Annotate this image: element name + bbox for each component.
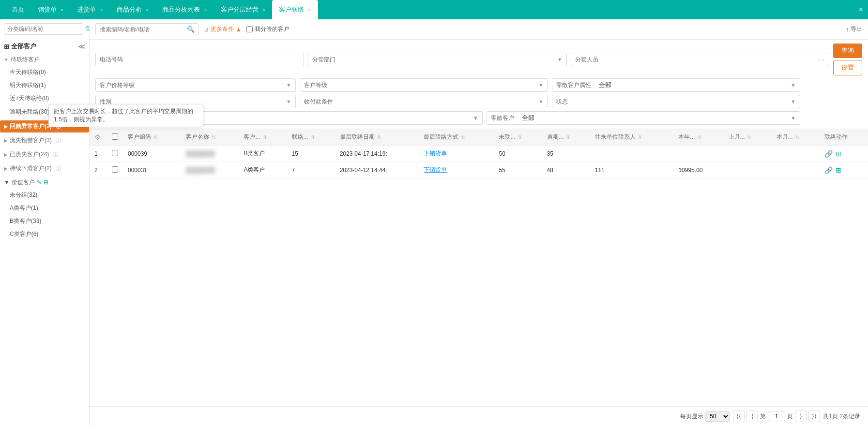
sidebar-collapse-icon[interactable]: ≪ <box>78 43 85 50</box>
sidebar-group-pending-title[interactable]: ▼ 待联络客户 <box>0 54 89 66</box>
sidebar-group-declining-title[interactable]: ▶ 持续下滑客户(2) ⓘ <box>0 162 89 175</box>
sidebar-item-class-a[interactable]: A类客户(1) <box>0 202 89 215</box>
th-contact[interactable]: 联络... ⇅ <box>287 129 335 146</box>
tab-product-analysis-list-close[interactable]: × <box>204 0 207 19</box>
filter-status[interactable]: 状态 ▼ <box>552 95 800 108</box>
tab-product-analysis-list[interactable]: 商品分析列表 × <box>155 0 213 19</box>
chevron-down-icon: ▼ <box>4 57 9 62</box>
row1-more-icon[interactable]: ⊞ <box>836 150 841 158</box>
th-unit-contacts[interactable]: 往来单位联系人 ⇅ <box>590 129 674 146</box>
filter-price-level[interactable]: 客户价格等级 ▼ <box>95 78 296 92</box>
page-size-selector: 每页显示 10 20 50 100 <box>680 411 730 422</box>
th-name[interactable]: 客户名称 ⇅ <box>181 129 239 146</box>
sidebar-all-customers[interactable]: ⊞ 全部客户 ≪ <box>0 39 89 54</box>
row2-overdue: 48 <box>542 162 590 178</box>
sidebar-item-tomorrow[interactable]: 明天待联络(1) <box>0 79 89 92</box>
first-page-btn[interactable]: ⟨⟨ <box>733 411 745 422</box>
tab-purchase-order[interactable]: 进货单 × <box>70 0 109 19</box>
th-level[interactable]: 客户... ⇅ <box>239 129 287 146</box>
row1-overdue: 35 <box>542 146 590 162</box>
th-this-month[interactable]: 本月... ⇅ <box>772 129 820 146</box>
row2-level: A类客户 <box>239 162 287 178</box>
total-records-label: 共1页 2条记录 <box>823 412 860 421</box>
tab-purchase-order-close[interactable]: × <box>100 0 103 19</box>
filter-row-2: 客户价格等级 ▼ 客户等级 ▼ 零散客户属性 全部 ▼ <box>95 78 862 92</box>
filter-retail-customer[interactable]: 零散客户 全部 ▼ <box>487 111 800 125</box>
next-page-btn[interactable]: ⟩ <box>795 411 807 422</box>
filter-branch-person[interactable]: 分管人员 ··· <box>571 53 829 66</box>
sidebar-item-7days[interactable]: 近7天待联络(0) <box>0 92 89 105</box>
sidebar-search-icon[interactable]: 🔍 <box>85 26 90 33</box>
row2-select-checkbox[interactable] <box>112 166 118 173</box>
chevron-down-icon-price: ▼ <box>286 82 291 88</box>
row1-unit-contacts <box>590 146 674 162</box>
sidebar: 🔍 ⊞ 全部客户 ≪ ▼ 待联络客户 今天待联络(0) 明天待联络(1) 近7天… <box>0 19 90 426</box>
tab-customer-layering-close[interactable]: × <box>262 0 265 19</box>
dots-icon-person[interactable]: ··· <box>818 56 825 63</box>
sidebar-item-class-b[interactable]: B类客户(33) <box>0 215 89 228</box>
row1-last-method[interactable]: 下销货单 <box>419 146 494 162</box>
row2-contact-icon[interactable]: 🔗 <box>824 166 833 174</box>
row1-contact-icon[interactable]: 🔗 <box>824 150 833 158</box>
row1-this-year <box>673 146 723 162</box>
filter-branch-dept[interactable]: 分管部门 ▼ <box>308 53 566 66</box>
sidebar-group-churn-warning-title[interactable]: ▶ 流失预警客户(3) ⓘ <box>0 134 89 147</box>
sidebar-search-input[interactable] <box>4 23 83 35</box>
th-uncontacted[interactable]: 未联... ⇅ <box>494 129 542 146</box>
page-size-select[interactable]: 10 20 50 100 <box>705 411 730 422</box>
select-all-checkbox[interactable] <box>112 133 118 140</box>
filter-customer-type[interactable]: 客户类型 ▼ <box>169 111 483 125</box>
tab-sales-order[interactable]: 销货单 × <box>31 0 70 19</box>
prev-page-btn[interactable]: ⟨ <box>746 411 758 422</box>
last-page-btn[interactable]: ⟩⟩ <box>808 411 820 422</box>
row2-name: ████ <box>181 162 239 178</box>
row2-more-icon[interactable]: ⊞ <box>836 166 841 174</box>
th-last-method[interactable]: 最后联络方式 ⇅ <box>419 129 494 146</box>
row2-unit-contacts: 111 <box>590 162 674 178</box>
sort-icon-overdue: ⇅ <box>566 134 570 140</box>
filter-row-3: 性别 ▼ 收付款条件 ▼ 状态 ▼ <box>95 95 862 108</box>
edit-icon[interactable]: ✎ <box>37 179 42 186</box>
filter-customer-level[interactable]: 客户等级 ▼ <box>300 78 548 92</box>
settings-icon2[interactable]: ⊞ <box>44 179 48 186</box>
page-number-input[interactable] <box>768 411 785 421</box>
gear-icon[interactable]: ⚙ <box>94 133 101 141</box>
page-navigation: ⟨⟨ ⟨ 第 页 ⟩ ⟩⟩ <box>733 411 820 422</box>
tab-product-analysis[interactable]: 商品分析 × <box>110 0 155 19</box>
sidebar-group-churned-title[interactable]: ▶ 已流失客户(24) ⓘ <box>0 148 89 161</box>
chevron-down-icon-retail: ▼ <box>791 82 796 88</box>
row2-last-method[interactable]: 下销货单 <box>419 162 494 178</box>
export-btn[interactable]: ↑ 导出 <box>846 25 862 33</box>
search-input[interactable] <box>100 26 187 33</box>
sidebar-item-today[interactable]: 今天待联络(0) <box>0 66 89 79</box>
filter-retail-attr[interactable]: 零散客户属性 全部 ▼ <box>552 78 800 92</box>
export-icon: ↑ <box>846 26 849 33</box>
chevron-up-icon: ▲ <box>236 26 242 33</box>
close-all-icon[interactable]: × <box>859 5 863 14</box>
tab-home[interactable]: 首页 <box>5 0 31 19</box>
my-customers-checkbox[interactable] <box>246 26 253 32</box>
tab-product-analysis-close[interactable]: × <box>146 0 149 19</box>
sidebar-value-group-title[interactable]: ▼ 价值客户 ✎ ⊞ <box>0 176 89 189</box>
settings-button[interactable]: 设置 <box>833 60 862 75</box>
search-icon[interactable]: 🔍 <box>187 26 195 33</box>
sort-icon-method: ⇅ <box>461 134 465 140</box>
th-code[interactable]: 客户编码 ⇅ <box>123 129 181 146</box>
sidebar-item-class-c[interactable]: C类客户(6) <box>0 228 89 241</box>
query-button[interactable]: 查询 <box>833 44 862 58</box>
tab-customer-layering[interactable]: 客户分层经营 × <box>214 0 272 19</box>
tab-customer-contact-close[interactable]: × <box>308 0 311 19</box>
th-this-year[interactable]: 本年... ⇅ <box>673 129 723 146</box>
sidebar-item-ungroup[interactable]: 未分组(32) <box>0 189 89 202</box>
filter-payment[interactable]: 收付款条件 ▼ <box>300 95 548 108</box>
row1-action: 🔗 ⊞ <box>820 146 868 162</box>
tab-sales-order-close[interactable]: × <box>61 0 63 19</box>
th-overdue[interactable]: 逾期... ⇅ <box>542 129 590 146</box>
row1-select-checkbox[interactable] <box>112 150 118 156</box>
sidebar-group-churn-warning: ▶ 流失预警客户(3) ⓘ <box>0 134 89 147</box>
th-last-date[interactable]: 最后联络日期 ⇅ <box>335 129 419 146</box>
filter-phone[interactable]: 电话号码 <box>95 53 304 66</box>
more-conditions-btn[interactable]: ⊿ 更多条件 ▲ <box>204 25 242 33</box>
th-last-month[interactable]: 上月... ⇅ <box>724 129 772 146</box>
tab-customer-contact[interactable]: 客户联络 × <box>272 0 318 19</box>
